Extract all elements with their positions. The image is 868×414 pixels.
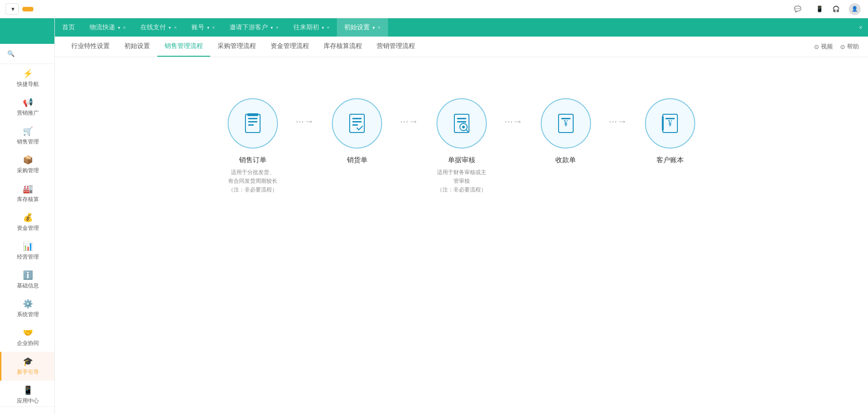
svg-line-14 xyxy=(466,130,469,132)
nav-label-new-guide: 新手引导 xyxy=(17,368,39,376)
sidebar-item-inventory[interactable]: 🏭库存核算 xyxy=(0,179,54,208)
help-link[interactable]: ⊙ 帮助 xyxy=(840,42,859,51)
sidebar-item-marketing-promo[interactable]: 📢营销推广 xyxy=(0,93,54,122)
svg-rect-8 xyxy=(352,124,358,126)
sub-tab-purchase-mgmt-flow[interactable]: 采购管理流程 xyxy=(210,37,263,57)
top-bar-right: 💬 📱 🎧 👤 xyxy=(794,3,863,15)
page-content: 行业特性设置初始设置销售管理流程采购管理流程资金管理流程库存核算流程营销管理流程… xyxy=(55,37,868,414)
nav-icon-enterprise-coop: 🤝 xyxy=(23,328,33,338)
sidebar-item-finance-mgmt[interactable]: 💰资金管理 xyxy=(0,208,54,237)
tab-close-init-settings[interactable]: × xyxy=(378,25,380,30)
flow-step-doc-review[interactable]: 单据审核适用于财务审核或主管审核（注：非必要流程） xyxy=(421,98,503,195)
nav-icon-sys-mgmt: ⚙️ xyxy=(23,299,33,309)
flow-circle-doc-review xyxy=(437,98,487,149)
svg-rect-4 xyxy=(247,113,258,116)
app-download-item[interactable]: 📱 xyxy=(816,5,825,12)
svg-rect-0 xyxy=(245,114,260,133)
message-icon: 💬 xyxy=(794,5,801,12)
tab-close-online-pay[interactable]: × xyxy=(174,25,176,30)
nav-label-inventory: 库存核算 xyxy=(17,196,39,203)
sidebar-item-purchase-mgmt[interactable]: 📦采购管理 xyxy=(0,150,54,179)
nav-icon-new-guide: 🎓 xyxy=(23,356,33,366)
flow-step-label-customer-ledger: 客户账本 xyxy=(656,156,684,165)
sidebar-item-sys-mgmt[interactable]: ⚙️系统管理 xyxy=(0,294,54,323)
experience-btn[interactable] xyxy=(22,7,33,11)
flow-arrow-4: ···→ xyxy=(607,116,629,127)
close-all-tabs-btn[interactable]: × xyxy=(853,24,868,31)
tab-arrow-logistics: ▾ xyxy=(118,25,120,30)
nav-tab-home[interactable]: 首页 xyxy=(55,18,82,37)
nav-label-enterprise-coop: 企业协同 xyxy=(17,340,39,347)
flow-circle-sales-order xyxy=(228,98,278,149)
sub-tabs: 行业特性设置初始设置销售管理流程采购管理流程资金管理流程库存核算流程营销管理流程… xyxy=(55,37,868,57)
tab-close-account[interactable]: × xyxy=(212,25,215,30)
chevron-down-icon: ▾ xyxy=(11,5,15,12)
nav-tab-logistics[interactable]: 物流快递▾× xyxy=(82,18,133,37)
sidebar-item-new-guide[interactable]: 🎓新手引导 xyxy=(0,352,54,381)
nav-label-quick-nav: 快捷导航 xyxy=(17,80,39,88)
user-profile-item[interactable]: 👤 xyxy=(849,3,863,15)
top-bar: ▾ 💬 📱 🎧 👤 xyxy=(0,0,868,18)
nav-tabs: 首页物流快递▾×在线支付▾×账号▾×邀请下游客户▾×往来期初▾×初始设置▾×× xyxy=(55,18,868,37)
sidebar-item-sales-mgmt[interactable]: 🛒销售管理 xyxy=(0,122,54,150)
tab-close-invite-downstream[interactable]: × xyxy=(276,25,278,30)
flow-step-receipt[interactable]: ¥ 收款单 xyxy=(525,98,607,168)
nav-tab-label-invite-downstream: 邀请下游客户 xyxy=(229,23,268,32)
nav-icon-app-center: 📱 xyxy=(23,385,33,395)
flow-circle-receipt: ¥ xyxy=(541,98,591,149)
main-container: 🔍 ⚡快捷导航📢营销推广🛒销售管理📦采购管理🏭库存核算💰资金管理📊经营管理ℹ️基… xyxy=(0,18,868,414)
svg-rect-7 xyxy=(352,121,362,122)
sub-tab-industry-settings[interactable]: 行业特性设置 xyxy=(64,37,117,57)
nav-label-basic-info: 基础信息 xyxy=(17,282,39,290)
sidebar-item-ops-mgmt[interactable]: 📊经营管理 xyxy=(0,237,54,265)
sub-tab-marketing-flow[interactable]: 营销管理流程 xyxy=(369,37,422,57)
nav-tab-invite-downstream[interactable]: 邀请下游客户▾× xyxy=(222,18,286,37)
sidebar: 🔍 ⚡快捷导航📢营销推广🛒销售管理📦采购管理🏭库存核算💰资金管理📊经营管理ℹ️基… xyxy=(0,18,55,414)
nav-label-finance-mgmt: 资金管理 xyxy=(17,224,39,232)
flow-step-sales-invoice[interactable]: 销货单 xyxy=(316,98,398,168)
sub-tab-sales-mgmt-flow[interactable]: 销售管理流程 xyxy=(157,37,210,57)
flow-step-label-sales-order: 销售订单 xyxy=(239,156,266,165)
nav-icon-purchase-mgmt: 📦 xyxy=(23,155,33,165)
flow-step-customer-ledger[interactable]: ¥ 客户账本 xyxy=(629,98,711,168)
nav-tab-online-pay[interactable]: 在线支付▾× xyxy=(133,18,184,37)
sidebar-item-quick-nav[interactable]: ⚡快捷导航 xyxy=(0,64,54,93)
top-bar-left: ▾ xyxy=(5,3,33,15)
flow-step-label-receipt: 收款单 xyxy=(555,156,576,165)
tab-close-logistics[interactable]: × xyxy=(123,25,126,30)
sub-tab-init-settings[interactable]: 初始设置 xyxy=(117,37,157,57)
svg-text:¥: ¥ xyxy=(668,119,672,128)
svg-rect-11 xyxy=(457,121,466,122)
sidebar-logo xyxy=(0,18,54,44)
flow-area: 销售订单适用于分批发货、有合同发货周期较长（注：非必要流程）···→ 销货单··… xyxy=(55,57,868,208)
sub-tabs-right: ⊙ 视频 ⊙ 帮助 xyxy=(814,42,859,51)
sub-tab-finance-mgmt-flow[interactable]: 资金管理流程 xyxy=(263,37,316,57)
search-menu-item[interactable]: 🔍 xyxy=(4,48,51,60)
nav-icon-ops-mgmt: 📊 xyxy=(23,241,33,251)
sidebar-item-app-center[interactable]: 📱应用中心 xyxy=(0,381,54,406)
content-area: 首页物流快递▾×在线支付▾×账号▾×邀请下游客户▾×往来期初▾×初始设置▾×× … xyxy=(55,18,868,414)
tab-arrow-init-settings: ▾ xyxy=(373,25,375,30)
sub-tab-inventory-flow[interactable]: 库存核算流程 xyxy=(316,37,369,57)
tab-close-period-init[interactable]: × xyxy=(327,25,330,30)
flow-step-sales-order[interactable]: 销售订单适用于分批发货、有合同发货周期较长（注：非必要流程） xyxy=(212,98,294,195)
svg-rect-21 xyxy=(662,116,664,131)
svg-rect-5 xyxy=(350,114,364,133)
user-select[interactable]: ▾ xyxy=(5,3,19,15)
video-link[interactable]: ⊙ 视频 xyxy=(814,42,833,51)
sidebar-item-basic-info[interactable]: ℹ️基础信息 xyxy=(0,265,54,294)
svg-rect-6 xyxy=(352,118,362,119)
sidebar-search-section: 🔍 xyxy=(0,44,54,64)
nav-tab-init-settings[interactable]: 初始设置▾× xyxy=(337,18,388,37)
online-service-item[interactable]: 🎧 xyxy=(832,5,841,12)
sidebar-bottom xyxy=(0,406,54,414)
nav-label-sales-mgmt: 销售管理 xyxy=(17,138,39,146)
message-item[interactable]: 💬 xyxy=(794,5,809,12)
nav-icon-marketing-promo: 📢 xyxy=(23,97,33,107)
nav-tab-label-period-init: 往来期初 xyxy=(293,23,319,32)
flow-step-label-doc-review: 单据审核 xyxy=(448,156,475,165)
flow-circle-customer-ledger: ¥ xyxy=(645,98,695,149)
nav-tab-account[interactable]: 账号▾× xyxy=(184,18,222,37)
sidebar-item-enterprise-coop[interactable]: 🤝企业协同 xyxy=(0,323,54,352)
nav-tab-period-init[interactable]: 往来期初▾× xyxy=(286,18,337,37)
